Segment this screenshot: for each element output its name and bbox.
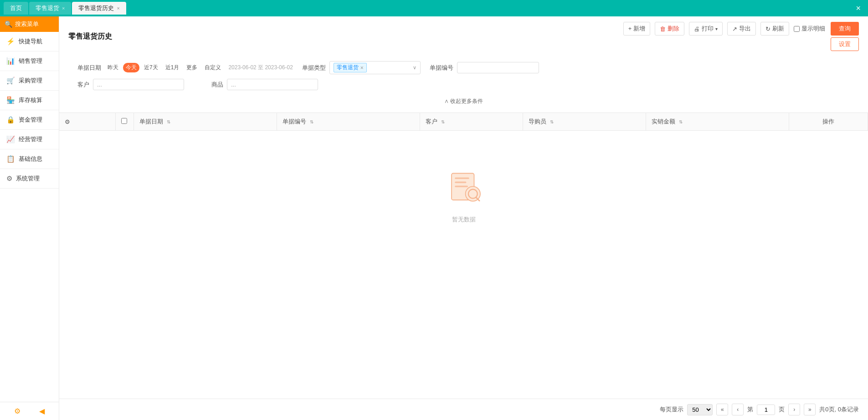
sidebar-item-label: 经营管理 [19, 135, 42, 143]
sidebar-item-system[interactable]: ⚙ 系统管理 [0, 169, 59, 189]
docno-sort-icon: ⇅ [310, 119, 313, 124]
page-number-input[interactable] [757, 405, 775, 415]
operations-icon: 📈 [6, 135, 15, 143]
table-wrapper: ⚙ 单据日期 ⇅ 单据编号 ⇅ 客户 [59, 113, 868, 399]
table-guide-header[interactable]: 导购员 ⇅ [523, 113, 646, 131]
svg-rect-3 [455, 186, 468, 188]
page-label: 第 [747, 405, 753, 414]
last-page-button[interactable]: » [804, 404, 816, 415]
page-header: 零售退货历史 + 新增 🗑 删除 🖨 打印 ▾ [59, 16, 868, 113]
sidebar-item-base-info[interactable]: 📋 基础信息 [0, 149, 59, 169]
display-toggle[interactable]: 显示明细 [794, 25, 825, 33]
close-retail-return-tab[interactable]: × [62, 5, 65, 11]
date-filter-group: 单据日期 昨天 今天 近7天 近1月 更多 自定义 [77, 63, 224, 72]
next-page-button[interactable]: › [788, 404, 800, 415]
sidebar-item-label: 系统管理 [16, 174, 40, 183]
sidebar-item-label: 资金管理 [19, 116, 42, 124]
export-button[interactable]: ↗ 导出 [727, 22, 756, 36]
sidebar-item-label: 采购管理 [19, 77, 42, 85]
tab-bar: 首页 零售退货 × 零售退货历史 × × [0, 0, 868, 16]
sidebar-item-inventory[interactable]: 🏪 库存核算 [0, 91, 59, 110]
table-amount-header[interactable]: 实销金额 ⇅ [646, 113, 789, 131]
data-table: ⚙ 单据日期 ⇅ 单据编号 ⇅ 客户 [59, 113, 868, 131]
guide-sort-icon: ⇅ [550, 119, 554, 124]
sidebar-settings-icon[interactable]: ⚙ [14, 407, 21, 415]
export-icon: ↗ [732, 26, 737, 32]
settings-button[interactable]: 设置 [831, 37, 859, 51]
7days-shortcut[interactable]: 近7天 [141, 63, 161, 72]
sidebar-item-label: 基础信息 [19, 155, 42, 163]
delete-button[interactable]: 🗑 删除 [655, 22, 684, 36]
table-checkbox-header [116, 113, 134, 131]
page-unit-label: 页 [779, 405, 785, 414]
more-shortcut[interactable]: 更多 [184, 63, 200, 72]
goods-label: 商品 [211, 81, 223, 89]
total-info: 共0页, 0条记录 [819, 405, 859, 414]
query-button[interactable]: 查询 [831, 22, 859, 36]
table-action-header: 操作 [789, 113, 868, 131]
svg-rect-1 [455, 178, 469, 179]
doc-type-expand-icon: ∨ [413, 65, 416, 71]
table-docno-header[interactable]: 单据编号 ⇅ [277, 113, 420, 131]
refresh-icon: ↻ [765, 26, 770, 32]
content-area: 零售退货历史 + 新增 🗑 删除 🖨 打印 ▾ [59, 16, 868, 420]
sidebar-item-label: 库存核算 [19, 96, 42, 104]
pagination-bar: 每页显示 20 50 100 « ‹ 第 页 › » 共0页, 0条记录 [59, 399, 868, 420]
doc-type-label: 单据类型 [302, 64, 326, 72]
customer-label: 客户 [77, 81, 89, 89]
sidebar-item-finance[interactable]: 🔒 资金管理 [0, 110, 59, 130]
remove-retail-return-tag[interactable]: × [360, 65, 364, 71]
1month-shortcut[interactable]: 近1月 [163, 63, 182, 72]
page-size-label: 每页显示 [660, 405, 683, 414]
doc-type-input[interactable]: 零售退货 × ∨ [329, 61, 421, 74]
customer-sort-icon: ⇅ [441, 119, 445, 124]
quick-nav-icon: ⚡ [6, 37, 15, 46]
doc-number-input[interactable] [457, 62, 539, 73]
print-dropdown-icon: ▾ [715, 26, 718, 31]
sidebar-item-purchase[interactable]: 🛒 采购管理 [0, 71, 59, 91]
sidebar-item-quick-nav[interactable]: ⚡ 快捷导航 [0, 32, 59, 51]
goods-input[interactable]: ... [227, 79, 318, 90]
customer-input[interactable]: ... [93, 79, 184, 90]
add-button[interactable]: + 新增 [623, 22, 650, 36]
custom-shortcut[interactable]: 自定义 [202, 63, 224, 72]
sales-icon: 📊 [6, 57, 15, 65]
refresh-button[interactable]: ↻ 刷新 [760, 22, 789, 36]
tab-retail-return-history[interactable]: 零售退货历史 × [72, 2, 126, 15]
print-button[interactable]: 🖨 打印 ▾ [689, 22, 723, 36]
date-shortcuts: 昨天 今天 近7天 近1月 更多 自定义 [105, 63, 224, 72]
window-close-button[interactable]: × [852, 4, 864, 13]
select-all-checkbox[interactable] [121, 118, 127, 124]
empty-state: 暂无数据 [59, 131, 868, 260]
doc-number-label: 单据编号 [430, 64, 453, 72]
table-customer-header[interactable]: 客户 ⇅ [420, 113, 523, 131]
sidebar-item-sales[interactable]: 📊 销售管理 [0, 51, 59, 71]
first-page-button[interactable]: « [716, 404, 728, 415]
sidebar-collapse-icon[interactable]: ◀ [39, 407, 45, 415]
print-icon: 🖨 [694, 26, 700, 32]
sidebar-item-operations[interactable]: 📈 经营管理 [0, 130, 59, 149]
prev-page-button[interactable]: ‹ [732, 404, 744, 415]
today-shortcut[interactable]: 今天 [123, 63, 139, 72]
system-icon: ⚙ [6, 174, 12, 183]
table-date-header[interactable]: 单据日期 ⇅ [134, 113, 277, 131]
sidebar-search[interactable]: 🔍 搜索菜单 [0, 16, 59, 32]
yesterday-shortcut[interactable]: 昨天 [105, 63, 121, 72]
tab-retail-return[interactable]: 零售退货 × [29, 2, 71, 15]
sidebar-menu: ⚡ 快捷导航 📊 销售管理 🛒 采购管理 🏪 库存核算 🔒 资金管理 📈 [0, 32, 59, 402]
doc-number-filter-group: 单据编号 [430, 62, 539, 73]
close-retail-return-history-tab[interactable]: × [117, 5, 119, 11]
empty-state-icon [443, 167, 484, 208]
inventory-icon: 🏪 [6, 96, 15, 104]
amount-sort-icon: ⇅ [679, 119, 683, 124]
display-toggle-checkbox[interactable] [794, 26, 800, 32]
date-sort-icon: ⇅ [167, 119, 170, 124]
collapse-filters-btn[interactable]: ∧ 收起更多条件 [77, 95, 850, 108]
delete-icon: 🗑 [660, 26, 666, 32]
page-size-select[interactable]: 20 50 100 [687, 404, 713, 415]
sidebar-item-label: 快捷导航 [19, 37, 42, 46]
empty-text: 暂无数据 [452, 215, 476, 224]
purchase-icon: 🛒 [6, 77, 15, 85]
tab-home[interactable]: 首页 [4, 2, 28, 15]
table-settings-header[interactable]: ⚙ [59, 113, 116, 131]
